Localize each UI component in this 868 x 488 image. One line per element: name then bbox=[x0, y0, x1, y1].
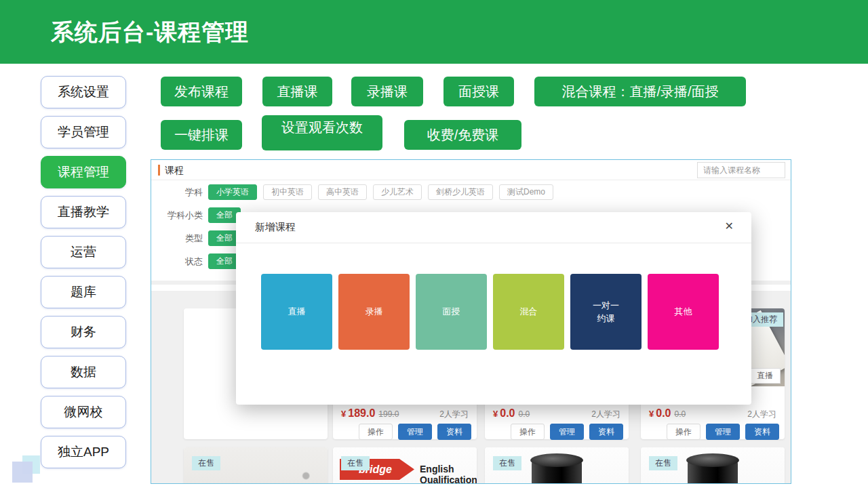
page-title: 系统后台-课程管理 bbox=[51, 0, 249, 64]
manage-button[interactable]: 管理 bbox=[398, 424, 432, 440]
modal-divider bbox=[236, 243, 751, 243]
manage-button[interactable]: 管理 bbox=[550, 424, 584, 440]
close-icon[interactable]: ✕ bbox=[725, 220, 734, 232]
card-actions: 操作 管理 资料 bbox=[511, 424, 623, 440]
one-click-schedule-button[interactable]: 一键排课 bbox=[161, 120, 242, 150]
modal-title: 新增课程 bbox=[255, 221, 296, 234]
set-view-count-button[interactable]: 设置观看次数 bbox=[262, 115, 382, 150]
sidebar: 系统设置 学员管理 课程管理 直播教学 运营 题库 财务 数据 微网校 独立AP… bbox=[41, 76, 126, 468]
on-sale-badge: 在售 bbox=[493, 456, 521, 470]
sidebar-item-data[interactable]: 数据 bbox=[41, 356, 126, 388]
sidebar-item-student-management[interactable]: 学员管理 bbox=[41, 116, 126, 148]
materials-button[interactable]: 资料 bbox=[589, 424, 623, 440]
price-row: ¥0.00.0 bbox=[649, 407, 686, 420]
add-course-modal: 新增课程 ✕ 直播 录播 面授 混合 一对一 约课 其他 bbox=[236, 212, 751, 405]
course-type-mixed[interactable]: 混合 bbox=[493, 274, 564, 350]
original-price: 0.0 bbox=[518, 409, 530, 419]
live-course-button[interactable]: 直播课 bbox=[262, 77, 332, 106]
course-type-tag: 直播 bbox=[749, 368, 781, 384]
original-price: 199.0 bbox=[378, 409, 399, 419]
speaker-product-image bbox=[688, 460, 738, 484]
filter-row-subject: 学科 小学英语 初中英语 高中英语 少儿艺术 剑桥少儿英语 测试Demo bbox=[151, 184, 791, 201]
filter-tag-cambridge-kids-english[interactable]: 剑桥少儿英语 bbox=[428, 184, 493, 200]
recorded-course-button[interactable]: 录播课 bbox=[351, 77, 423, 106]
price-row: ¥0.00.0 bbox=[493, 407, 530, 420]
in-person-course-button[interactable]: 面授课 bbox=[443, 77, 514, 106]
course-type-in-person[interactable]: 面授 bbox=[416, 274, 487, 350]
course-card[interactable]: 在售 bbox=[641, 447, 785, 484]
accent-bar bbox=[158, 165, 160, 176]
course-price: 0.0 bbox=[656, 407, 671, 419]
sidebar-item-operations[interactable]: 运营 bbox=[41, 236, 126, 268]
course-cover-title: English Qualifications bbox=[420, 464, 477, 484]
app-header: 系统后台-课程管理 bbox=[0, 0, 868, 64]
speaker-product-image bbox=[532, 460, 582, 484]
operate-button[interactable]: 操作 bbox=[359, 424, 393, 440]
panel-title: 课程 bbox=[165, 160, 184, 180]
course-type-one-on-one[interactable]: 一对一 约课 bbox=[570, 274, 642, 350]
operate-button[interactable]: 操作 bbox=[511, 424, 545, 440]
on-sale-badge: 在售 bbox=[649, 456, 677, 470]
price-row: ¥189.0199.0 bbox=[341, 407, 399, 420]
sidebar-item-micro-school[interactable]: 微网校 bbox=[41, 396, 126, 428]
filter-tag-test-demo[interactable]: 测试Demo bbox=[499, 184, 553, 200]
on-sale-badge: 在售 bbox=[192, 456, 220, 470]
publish-course-button[interactable]: 发布课程 bbox=[161, 77, 242, 106]
manage-button[interactable]: 管理 bbox=[706, 424, 740, 440]
sidebar-item-finance[interactable]: 财务 bbox=[41, 316, 126, 348]
tag-list: 小学英语 初中英语 高中英语 少儿艺术 剑桥少儿英语 测试Demo bbox=[208, 184, 553, 200]
filter-label: 学科 bbox=[151, 184, 203, 201]
students-count: 2人学习 bbox=[591, 409, 620, 420]
mixed-course-button[interactable]: 混合课程：直播/录播/面授 bbox=[534, 77, 746, 106]
filter-tag-kids-art[interactable]: 少儿艺术 bbox=[373, 184, 422, 200]
filter-tag-senior-english[interactable]: 高中英语 bbox=[318, 184, 367, 200]
filter-label: 类型 bbox=[151, 230, 203, 247]
card-actions: 操作 管理 资料 bbox=[667, 424, 779, 440]
decorative-square-lavender bbox=[12, 462, 33, 483]
sidebar-item-standalone-app[interactable]: 独立APP bbox=[41, 436, 126, 468]
materials-button[interactable]: 资料 bbox=[745, 424, 779, 440]
students-count: 2人学习 bbox=[439, 409, 469, 420]
sidebar-item-system-settings[interactable]: 系统设置 bbox=[41, 76, 126, 108]
materials-button[interactable]: 资料 bbox=[437, 424, 471, 440]
course-card[interactable]: 在售 bbox=[184, 447, 328, 484]
course-type-live[interactable]: 直播 bbox=[261, 274, 332, 350]
sidebar-item-question-bank[interactable]: 题库 bbox=[41, 276, 126, 308]
sidebar-item-live-teaching[interactable]: 直播教学 bbox=[41, 196, 126, 228]
currency-symbol: ¥ bbox=[493, 409, 498, 419]
filter-tag-junior-english[interactable]: 初中英语 bbox=[263, 184, 312, 200]
course-type-cards: 直播 录播 面授 混合 一对一 约课 其他 bbox=[261, 274, 719, 350]
filter-label: 学科小类 bbox=[151, 207, 203, 224]
operate-button[interactable]: 操作 bbox=[667, 424, 701, 440]
students-count: 2人学习 bbox=[747, 409, 776, 420]
course-card[interactable]: 在售 bbox=[485, 447, 629, 484]
currency-symbol: ¥ bbox=[649, 409, 654, 419]
on-sale-badge: 在售 bbox=[341, 456, 370, 470]
card-actions: 操作 管理 资料 bbox=[359, 424, 471, 440]
course-type-recorded[interactable]: 录播 bbox=[338, 274, 410, 350]
original-price: 0.0 bbox=[674, 409, 686, 419]
filter-tag-primary-english[interactable]: 小学英语 bbox=[208, 184, 257, 200]
course-price: 189.0 bbox=[348, 407, 375, 419]
paid-free-course-button[interactable]: 收费/免费课 bbox=[404, 120, 521, 150]
filter-label: 状态 bbox=[151, 253, 203, 270]
course-price: 0.0 bbox=[500, 407, 515, 419]
currency-symbol: ¥ bbox=[341, 409, 346, 419]
sidebar-item-course-management[interactable]: 课程管理 bbox=[41, 156, 126, 188]
course-card[interactable]: bridge English Qualifications 在售 bbox=[333, 447, 477, 484]
course-type-other[interactable]: 其他 bbox=[648, 274, 719, 350]
panel-header: 课程 bbox=[151, 160, 791, 180]
search-input[interactable] bbox=[697, 162, 785, 178]
